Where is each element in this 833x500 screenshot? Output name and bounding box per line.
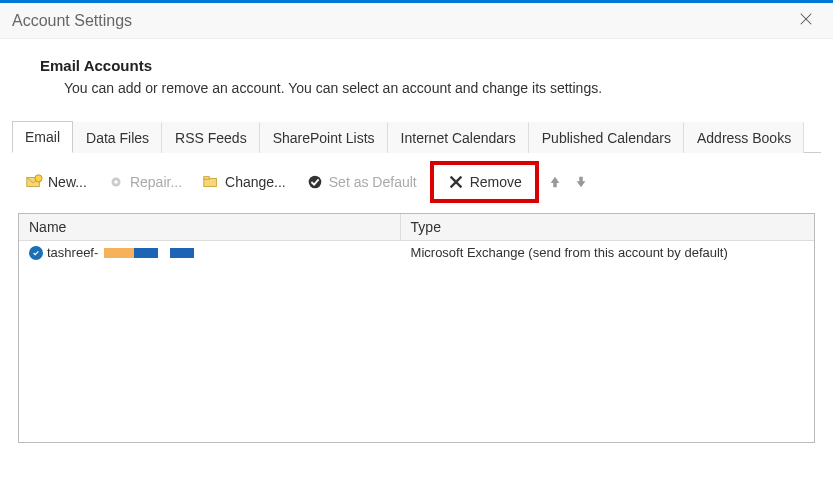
- column-type[interactable]: Type: [401, 214, 814, 240]
- default-account-check-icon: [29, 246, 43, 260]
- window-title: Account Settings: [12, 12, 132, 30]
- tab-rss-feeds[interactable]: RSS Feeds: [162, 122, 260, 153]
- tab-internet-calendars[interactable]: Internet Calendars: [388, 122, 529, 153]
- tab-email[interactable]: Email: [12, 121, 73, 153]
- tab-strip: Email Data Files RSS Feeds SharePoint Li…: [12, 120, 821, 153]
- set-default-button[interactable]: Set as Default: [299, 169, 424, 195]
- svg-rect-7: [204, 177, 209, 180]
- remove-highlight: Remove: [430, 161, 539, 203]
- tab-data-files[interactable]: Data Files: [73, 122, 162, 153]
- new-button[interactable]: New...: [18, 169, 94, 195]
- new-label: New...: [48, 174, 87, 190]
- tab-address-books[interactable]: Address Books: [684, 122, 804, 153]
- arrow-up-icon: [548, 175, 562, 189]
- page-subtitle: You can add or remove an account. You ca…: [64, 80, 803, 96]
- set-default-label: Set as Default: [329, 174, 417, 190]
- repair-button[interactable]: Repair...: [100, 169, 189, 195]
- folder-change-icon: [202, 173, 220, 191]
- change-label: Change...: [225, 174, 286, 190]
- svg-marker-11: [550, 177, 559, 188]
- toolbar: New... Repair... Change... Set as Defaul…: [0, 153, 833, 213]
- remove-label: Remove: [470, 174, 522, 190]
- account-settings-window: Account Settings Email Accounts You can …: [0, 0, 833, 500]
- page-title: Email Accounts: [40, 57, 803, 74]
- envelope-new-icon: [25, 173, 43, 191]
- svg-point-8: [308, 176, 321, 189]
- header-block: Email Accounts You can add or remove an …: [0, 39, 833, 120]
- accounts-list: Name Type tashreef- Microsoft Exchange (…: [18, 213, 815, 443]
- move-up-button[interactable]: [545, 172, 565, 192]
- table-row[interactable]: tashreef- Microsoft Exchange (send from …: [19, 241, 814, 264]
- repair-label: Repair...: [130, 174, 182, 190]
- gear-icon: [107, 173, 125, 191]
- tab-published-calendars[interactable]: Published Calendars: [529, 122, 684, 153]
- column-name[interactable]: Name: [19, 214, 401, 240]
- svg-point-5: [114, 180, 118, 184]
- move-down-button[interactable]: [571, 172, 591, 192]
- redacted-text: [104, 248, 224, 258]
- account-type-cell: Microsoft Exchange (send from this accou…: [401, 241, 814, 264]
- close-icon[interactable]: [791, 8, 821, 34]
- checkmark-circle-icon: [306, 173, 324, 191]
- remove-button[interactable]: Remove: [440, 169, 529, 195]
- account-name-prefix: tashreef-: [47, 245, 98, 260]
- titlebar: Account Settings: [0, 3, 833, 39]
- arrow-down-icon: [574, 175, 588, 189]
- change-button[interactable]: Change...: [195, 169, 293, 195]
- svg-point-3: [35, 175, 42, 182]
- account-name-cell: tashreef-: [19, 241, 401, 264]
- tab-sharepoint-lists[interactable]: SharePoint Lists: [260, 122, 388, 153]
- svg-marker-12: [576, 177, 585, 188]
- list-header: Name Type: [19, 214, 814, 241]
- remove-x-icon: [447, 173, 465, 191]
